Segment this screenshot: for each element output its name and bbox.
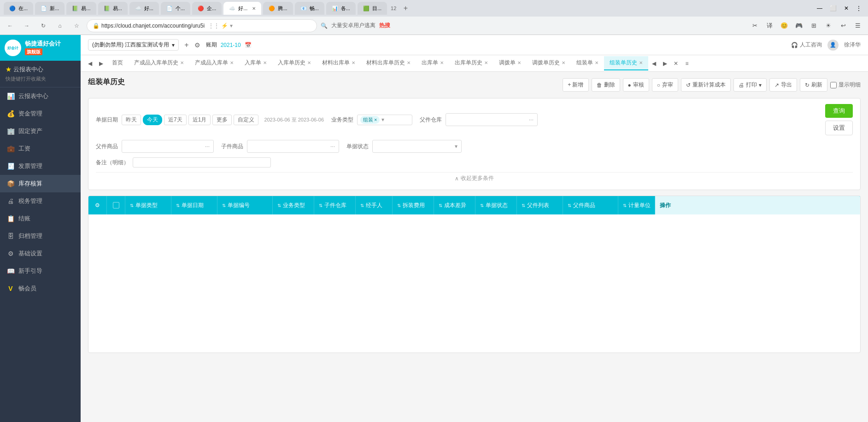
parent-goods-ellipsis[interactable]: ··· (205, 143, 210, 150)
tab-collapse-btn[interactable]: ◀ (648, 58, 659, 69)
page-tab-out-close[interactable]: ✕ (440, 60, 444, 65)
export-btn[interactable]: ↗ 导出 (769, 78, 797, 92)
page-tab-material-out-history-close[interactable]: ✕ (407, 60, 411, 65)
tab-8-close[interactable]: ✕ (252, 6, 256, 11)
company-settings-icon[interactable]: ⚙ (194, 41, 200, 49)
translate-icon[interactable]: 译 (763, 19, 776, 32)
sidebar-item-reports[interactable]: 📊 云报表中心 (0, 87, 81, 105)
business-type-input[interactable]: 组装 × ▾ (357, 115, 412, 125)
new-tab-btn[interactable]: + (400, 3, 411, 14)
page-tab-transfer-history[interactable]: 调拨单历史 ✕ (527, 56, 571, 70)
address-bar[interactable]: 🔒 https://cloud.chanjet.com/accounting/u… (87, 19, 317, 32)
page-tab-material-out-close[interactable]: ✕ (352, 60, 355, 65)
tab-9[interactable]: 🟠腾... (263, 2, 293, 15)
page-tab-out[interactable]: 出库单 ✕ (416, 56, 449, 70)
settings-icon[interactable]: ⋮ (853, 5, 864, 12)
tab-3[interactable]: 📗易... (66, 2, 96, 15)
tab-10[interactable]: 📧畅... (295, 2, 324, 15)
tab-close-all-btn[interactable]: ✕ (670, 58, 681, 69)
company-selector[interactable]: (勿删勿禁用) 江西服宝测试专用 ▾ (88, 39, 179, 51)
page-tab-product-in-close[interactable]: ✕ (230, 60, 234, 65)
delete-btn[interactable]: 🗑 删除 (592, 78, 620, 92)
sidebar-item-funds[interactable]: 💰 资金管理 (0, 105, 81, 122)
add-btn[interactable]: + 新增 (563, 78, 588, 92)
table-col-unit[interactable]: ⇅ 计量单位 (618, 196, 655, 214)
page-tab-in[interactable]: 入库单 ✕ (239, 56, 272, 70)
sidebar-item-assets[interactable]: 🏢 固定资产 (0, 122, 81, 140)
page-tab-out-history-close[interactable]: ✕ (484, 60, 488, 65)
table-col-bill-no[interactable]: ⇅ 单据编号 (217, 196, 273, 214)
scissors-icon[interactable]: ✂ (748, 19, 761, 32)
page-tab-transfer-history-close[interactable]: ✕ (562, 60, 565, 65)
home-btn[interactable]: ⌂ (53, 19, 66, 32)
service-label[interactable]: 🎧 人工咨询 (791, 41, 822, 49)
tab-1[interactable]: 🔵在... (4, 2, 33, 15)
abandon-btn[interactable]: ○ 弃审 (652, 78, 678, 92)
maximize-btn[interactable]: ⬜ (827, 5, 839, 12)
audit-btn[interactable]: ● 审核 (623, 78, 649, 92)
page-tab-transfer[interactable]: 调拨单 ✕ (493, 56, 527, 70)
custom-date-btn[interactable]: 自定义 (234, 115, 258, 125)
tab-left-btn[interactable]: ◀ (84, 58, 95, 69)
page-tab-home[interactable]: 首页 (106, 56, 129, 70)
tab-expand-btn[interactable]: ▶ (659, 58, 670, 69)
sidebar-item-salary[interactable]: 💼 工资 (0, 140, 81, 157)
table-col-parent-list[interactable]: ⇅ 父件列表 (517, 196, 563, 214)
table-col-child-warehouse[interactable]: ⇅ 子件仓库 (314, 196, 356, 214)
undo-icon[interactable]: ↩ (837, 19, 850, 32)
tab-8[interactable]: ☁️好... ✕ (223, 2, 261, 15)
today-btn[interactable]: 今天 (143, 115, 162, 125)
add-company-btn[interactable]: + (184, 41, 188, 49)
calendar-icon[interactable]: 📅 (245, 42, 252, 48)
tab-4[interactable]: 📗易... (98, 2, 128, 15)
page-tab-assemble[interactable]: 组装单 ✕ (571, 56, 604, 70)
tab-12[interactable]: 🟩目... (358, 2, 387, 15)
close-btn[interactable]: ✕ (841, 5, 851, 12)
back-btn[interactable]: ← (4, 19, 17, 32)
table-col-parent-goods[interactable]: ⇅ 父件商品 (563, 196, 618, 214)
tab-2[interactable]: 📄新... (35, 2, 65, 15)
tab-more-btn[interactable]: ≡ (681, 58, 692, 69)
table-col-disassemble-fee[interactable]: ⇅ 拆装费用 (393, 196, 434, 214)
more-date-btn[interactable]: 更多 (212, 115, 232, 125)
business-type-tag-close[interactable]: × (374, 117, 377, 122)
page-tab-in-close[interactable]: ✕ (263, 60, 267, 65)
sun-icon[interactable]: ☀ (822, 19, 835, 32)
grid-icon[interactable]: ⊞ (807, 19, 820, 32)
page-tab-assemble-close[interactable]: ✕ (595, 60, 598, 65)
collapse-btn[interactable]: ∧ 收起更多条件 (96, 172, 853, 184)
table-col-bill-date[interactable]: ⇅ 单据日期 (171, 196, 217, 214)
page-tab-assemble-history-close[interactable]: ✕ (639, 60, 643, 65)
reload-btn[interactable]: ↻ (37, 19, 50, 32)
parent-warehouse-ellipsis[interactable]: ··· (529, 116, 534, 123)
child-goods-ellipsis[interactable]: ··· (330, 143, 335, 150)
table-col-checkbox[interactable] (107, 196, 125, 214)
sidebar-item-invoice[interactable]: 🧾 发票管理 (0, 157, 81, 175)
table-col-handler[interactable]: ⇅ 经手人 (356, 196, 393, 214)
emoji-icon[interactable]: 😊 (778, 19, 791, 32)
table-col-bill-type[interactable]: ⇅ 单据类型 (125, 196, 171, 214)
page-tab-transfer-close[interactable]: ✕ (517, 60, 521, 65)
table-col-biz-type[interactable]: ⇅ 业务类型 (273, 196, 314, 214)
last7-btn[interactable]: 近7天 (164, 115, 187, 125)
query-btn[interactable]: 查询 (825, 104, 853, 118)
select-all-checkbox[interactable] (113, 202, 119, 208)
page-tab-out-history[interactable]: 出库单历史 ✕ (449, 56, 493, 70)
menu-icon[interactable]: ☰ (851, 19, 864, 32)
tab-6[interactable]: 📄个... (161, 2, 190, 15)
yesterday-btn[interactable]: 昨天 (122, 115, 141, 125)
show-detail-checkbox[interactable] (830, 82, 837, 88)
page-tab-product-in[interactable]: 产成品入库单 ✕ (189, 56, 239, 70)
sidebar-item-archive[interactable]: 🗄 归档管理 (0, 227, 81, 245)
search-settings-btn[interactable]: 设置 (825, 121, 853, 135)
minimize-btn[interactable]: — (814, 5, 825, 12)
tab-11[interactable]: 📊各... (326, 2, 356, 15)
parent-goods-input[interactable] (126, 142, 203, 151)
game-icon[interactable]: 🎮 (792, 19, 805, 32)
page-tab-product-in-history[interactable]: 产成品入库单历史 ✕ (129, 56, 189, 70)
sidebar-item-settings[interactable]: ⚙ 基础设置 (0, 245, 81, 262)
page-tab-in-history[interactable]: 入库单历史 ✕ (272, 56, 317, 70)
refresh-btn[interactable]: ↻ 刷新 (800, 78, 827, 92)
forward-btn[interactable]: → (20, 19, 33, 32)
recalc-btn[interactable]: ↺ 重新计算成本 (681, 78, 731, 92)
